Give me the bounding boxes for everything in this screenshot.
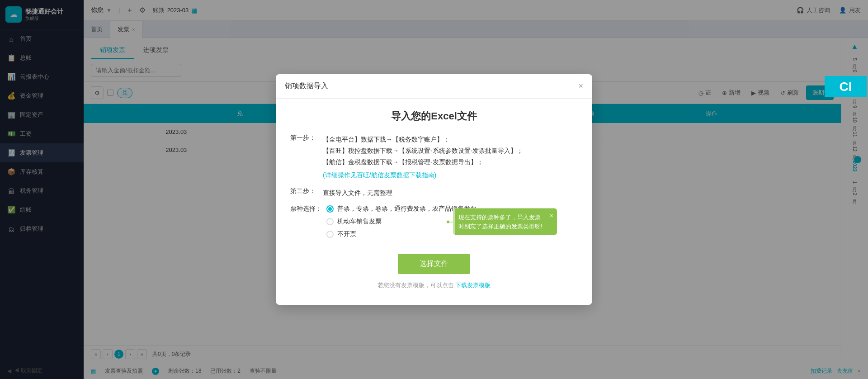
radio-none-circle <box>326 231 334 238</box>
tooltip-line <box>448 222 453 222</box>
guide-link[interactable]: (详细操作见百旺/航信发票数据下载指南) <box>323 171 436 179</box>
step2-label: 第二步： <box>290 187 317 195</box>
step1-row: 第一步： 【全电平台】数据下载→【税务数字账户】； 【百旺】税控盘数据下载→【系… <box>290 134 578 181</box>
dialog-close-btn[interactable]: × <box>578 82 583 90</box>
step2-content: 直接导入文件，无需整理 <box>323 187 392 199</box>
dialog-header: 销项数据导入 × <box>276 74 592 99</box>
dialog-footer: 若您没有发票模版，可以点击 下载发票模版 <box>290 281 578 291</box>
ticket-label: 票种选择： <box>290 205 326 213</box>
radio-normal-circle <box>326 205 334 213</box>
step1-content: 【全电平台】数据下载→【税务数字账户】； 【百旺】税控盘数据下载→【系统设置-系… <box>323 134 523 181</box>
ci-badge: CI <box>825 76 867 97</box>
radio-motor-circle <box>326 218 334 225</box>
select-file-area: 选择文件 <box>290 254 578 274</box>
step1-label: 第一步： <box>290 134 317 142</box>
step1-line3: 【航信】金税盘数据下载→【报税管理-发票数据导出】； <box>323 156 523 168</box>
dialog-body: 导入您的Excel文件 第一步： 【全电平台】数据下载→【税务数字账户】； 【百… <box>276 99 592 305</box>
import-dialog: 销项数据导入 × 导入您的Excel文件 第一步： 【全电平台】数据下载→【税务… <box>276 74 592 305</box>
dialog-title: 销项数据导入 <box>285 81 328 91</box>
radio-motor[interactable]: 机动车销售发票 现在支持的票种多了，导入发票时别忘了选择正确的发票类型呀! <box>326 218 476 226</box>
tooltip-text: 现在支持的票种多了，导入发票时别忘了选择正确的发票类型呀! <box>458 214 542 230</box>
radio-group: 普票，专票，卷票，通行费发票，农产品销售发票 机动车销售发票 <box>326 205 476 243</box>
step1-line2: 【百旺】税控盘数据下载→【系统设置-系统参数设置-发票批量导入】； <box>323 145 523 156</box>
dialog-main-title: 导入您的Excel文件 <box>290 109 578 123</box>
download-template-link[interactable]: 下载发票模版 <box>455 282 491 289</box>
step2-row: 第二步： 直接导入文件，无需整理 <box>290 187 578 199</box>
tooltip-close-btn[interactable]: × <box>550 211 553 221</box>
tooltip-bar <box>453 208 455 235</box>
radio-motor-label: 机动车销售发票 <box>337 218 382 226</box>
ticket-choice-row: 票种选择： 普票，专票，卷票，通行费发票，农产品销售发票 机动车销售发票 <box>290 205 578 243</box>
footer-text: 若您没有发票模版，可以点击 <box>377 282 454 289</box>
tooltip-bubble: 现在支持的票种多了，导入发票时别忘了选择正确的发票类型呀! × <box>453 208 557 235</box>
radio-none-label: 不开票 <box>337 230 356 238</box>
tooltip-container: 现在支持的票种多了，导入发票时别忘了选择正确的发票类型呀! × <box>453 208 557 235</box>
step1-line1: 【全电平台】数据下载→【税务数字账户】； <box>323 134 523 145</box>
dialog-overlay: 销项数据导入 × 导入您的Excel文件 第一步： 【全电平台】数据下载→【税务… <box>0 0 868 379</box>
select-file-btn[interactable]: 选择文件 <box>398 254 470 274</box>
